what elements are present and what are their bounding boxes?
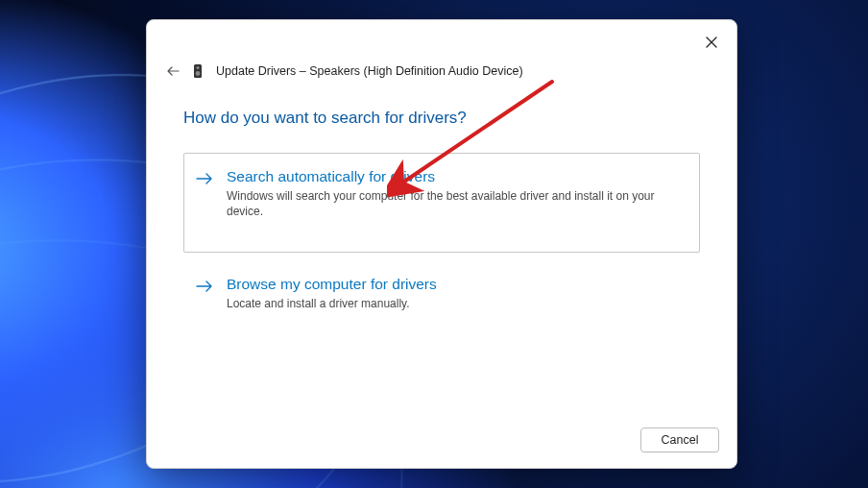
speaker-icon <box>191 62 205 80</box>
dialog-titlebar: Update Drivers – Speakers (High Definiti… <box>166 62 717 80</box>
close-icon <box>706 35 717 52</box>
dialog-content: How do you want to search for drivers? S… <box>183 109 700 412</box>
dialog-heading: How do you want to search for drivers? <box>183 109 700 128</box>
close-button[interactable] <box>702 34 721 53</box>
option-title: Browse my computer for drivers <box>227 275 689 294</box>
option-title: Search automatically for drivers <box>227 167 689 186</box>
dialog-footer: Cancel <box>640 427 719 452</box>
option-search-automatically[interactable]: Search automatically for drivers Windows… <box>183 153 700 253</box>
arrow-right-icon <box>194 169 215 188</box>
option-body: Search automatically for drivers Windows… <box>227 167 689 219</box>
option-description: Locate and install a driver manually. <box>227 296 689 311</box>
dialog-title: Update Drivers – Speakers (High Definiti… <box>216 64 523 78</box>
option-description: Windows will search your computer for th… <box>227 188 689 219</box>
svg-point-1 <box>196 66 199 69</box>
svg-point-2 <box>196 71 201 76</box>
desktop-background: Update Drivers – Speakers (High Definiti… <box>0 0 868 488</box>
cancel-button[interactable]: Cancel <box>640 427 719 452</box>
update-drivers-dialog: Update Drivers – Speakers (High Definiti… <box>146 19 737 469</box>
back-button[interactable] <box>166 64 180 78</box>
arrow-right-icon <box>194 277 215 296</box>
option-body: Browse my computer for drivers Locate an… <box>227 275 689 311</box>
option-browse-computer[interactable]: Browse my computer for drivers Locate an… <box>183 260 700 326</box>
back-arrow-icon <box>166 64 180 78</box>
